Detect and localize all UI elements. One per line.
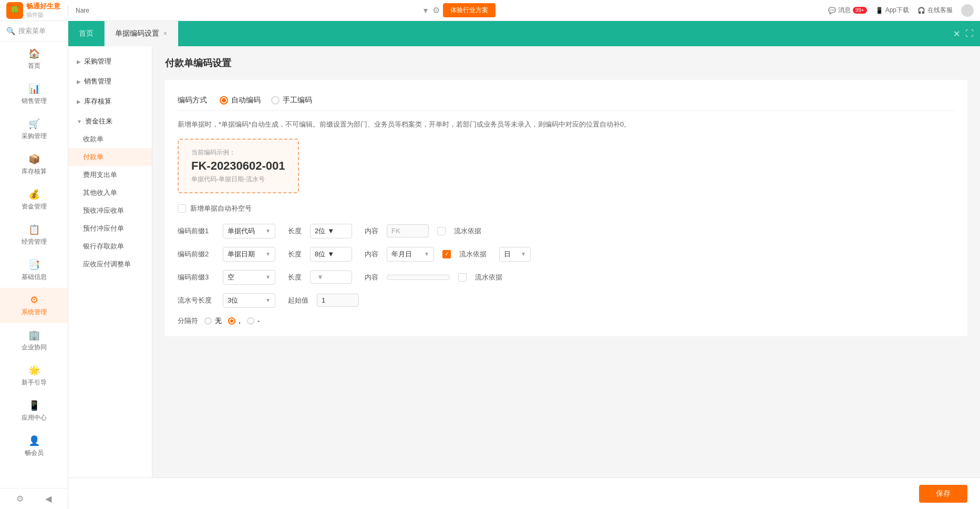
app-download-button[interactable]: 📱 App下载: [875, 6, 909, 15]
online-service-button[interactable]: 🎧 在线客服: [917, 6, 953, 15]
inventory-icon: 📦: [28, 153, 40, 165]
separator-none-label: 无: [215, 316, 222, 326]
sidebar-label-enterprise: 企业协同: [22, 343, 47, 352]
prefix2-date-unit-select[interactable]: 日 ▼: [499, 247, 531, 262]
avatar[interactable]: [961, 4, 974, 17]
prefix3-label: 编码前缀3: [178, 273, 214, 282]
prefix1-label: 编码前缀1: [178, 226, 214, 236]
settings-icon[interactable]: ⚙: [432, 5, 440, 15]
prefix2-content-select[interactable]: 年月日 ▼: [387, 247, 434, 262]
sub-menu-item-expense[interactable]: 费用支出单: [68, 166, 152, 184]
tab-maximize-icon[interactable]: ⛶: [965, 29, 974, 38]
prefix1-length-select[interactable]: 2位 ▼: [310, 224, 352, 238]
finance-icon: 💰: [28, 189, 40, 200]
sub-menu-item-receipt[interactable]: 收款单: [68, 130, 152, 148]
sub-menu-inventory-label: 库存核算: [84, 97, 111, 106]
prefix2-length-label: 长度: [288, 250, 302, 259]
separator-dot-radio-circle: [228, 317, 235, 325]
auto-code-radio-circle: [220, 96, 228, 105]
sidebar-item-guide[interactable]: 🌟 新手引导: [0, 358, 68, 393]
sub-menu-item-adjust[interactable]: 应收应付调整单: [68, 255, 152, 273]
prefix2-length-select[interactable]: 8位 ▼: [310, 247, 352, 262]
prefix2-caret-icon: ▼: [265, 251, 271, 257]
sidebar-item-enterprise[interactable]: 🏢 企业协同: [0, 323, 68, 358]
manual-code-radio[interactable]: 手工编码: [271, 96, 312, 105]
sidebar-nav: 🏠 首页 📊 销售管理 🛒 采购管理 📦 库存核算 💰 资金管理 📋 经: [0, 41, 68, 488]
prefix3-serial-checkbox[interactable]: [458, 273, 467, 282]
sidebar-item-app-center[interactable]: 📱 应用中心: [0, 393, 68, 429]
auto-fill-checkbox[interactable]: [178, 204, 186, 213]
message-button[interactable]: 💬 消息 99+: [828, 6, 867, 15]
sidebar-item-basic-info[interactable]: 📑 基础信息: [0, 253, 68, 288]
separator-dash-radio[interactable]: -: [247, 317, 260, 325]
code-preview-desc: 单据代码-单据日期-流水号: [191, 175, 285, 184]
sub-menu-item-bank-deposit[interactable]: 银行存取款单: [68, 237, 152, 255]
tab-bar: 首页 单据编码设置 × ✕ ⛶: [68, 21, 980, 46]
prefix3-content-input[interactable]: [387, 275, 450, 280]
sub-menu-inventory-header[interactable]: ▶ 库存核算: [68, 92, 152, 110]
brand-icon: 🍀: [6, 2, 23, 19]
tab-close-all-icon[interactable]: ✕: [953, 29, 960, 39]
tab-close-icon[interactable]: ×: [163, 30, 167, 37]
sub-menu-item-other-income[interactable]: 其他收入单: [68, 184, 152, 202]
separator-dot-radio[interactable]: .: [228, 317, 241, 325]
prefix1-content-input[interactable]: FK: [387, 224, 429, 237]
prefix2-select[interactable]: 单据日期 ▼: [223, 247, 275, 262]
brand-text: 畅通好生意 插件版: [26, 2, 60, 18]
prefix2-serial-checkbox[interactable]: [442, 250, 451, 258]
sidebar-item-finance[interactable]: 💰 资金管理: [0, 182, 68, 217]
form-area: 付款单编码设置 编码方式 自动编码: [152, 46, 980, 477]
prefix3-length-select[interactable]: ▼: [310, 271, 352, 284]
sidebar-item-operations[interactable]: 📋 经营管理: [0, 217, 68, 253]
sidebar-footer: ⚙ ◀: [0, 488, 68, 509]
dropdown-arrow-icon[interactable]: ▼: [422, 6, 429, 15]
sidebar-collapse-button[interactable]: ◀: [45, 494, 51, 504]
sidebar-item-system[interactable]: ⚙ 系统管理: [0, 288, 68, 323]
sub-menu-group-purchase: ▶ 采购管理: [68, 53, 152, 70]
sidebar-item-inventory[interactable]: 📦 库存核算: [0, 147, 68, 182]
prefix1-serial-checkbox[interactable]: [437, 227, 446, 235]
search-placeholder: 搜索菜单: [18, 26, 46, 36]
tab-encoding-label: 单据编码设置: [115, 29, 159, 38]
sub-menu-item-advance-receivable[interactable]: 预收冲应收单: [68, 202, 152, 220]
topbar-divider: [68, 5, 68, 16]
prefix1-select[interactable]: 单据代码 ▼: [223, 224, 275, 238]
enterprise-icon: 🏢: [28, 329, 40, 341]
page-title: 付款单编码设置: [165, 57, 967, 69]
sidebar-label-basic-info: 基础信息: [22, 273, 47, 282]
auto-code-radio[interactable]: 自动编码: [220, 96, 261, 105]
sidebar-item-member[interactable]: 👤 畅会员: [0, 429, 68, 464]
sidebar-item-home[interactable]: 🏠 首页: [0, 41, 68, 77]
serial-start-input[interactable]: 1: [317, 294, 359, 307]
sidebar-item-purchase[interactable]: 🛒 采购管理: [0, 112, 68, 147]
tab-encoding-settings[interactable]: 单据编码设置 ×: [105, 21, 178, 46]
prefix2-label: 编码前缀2: [178, 250, 214, 259]
sub-menu-group-fund: ▼ 资金往来 收款单 付款单 费用支出单 其他收入单: [68, 112, 152, 273]
sales-icon: 📊: [28, 83, 40, 95]
serial-length-select[interactable]: 3位 ▼: [223, 293, 275, 308]
serial-row: 流水号长度 3位 ▼ 起始值 1: [178, 293, 955, 308]
purchase-icon: 🛒: [28, 118, 40, 130]
save-button[interactable]: 保存: [919, 485, 967, 503]
sub-menu-purchase-header[interactable]: ▶ 采购管理: [68, 53, 152, 70]
separator-none-radio[interactable]: 无: [204, 316, 222, 326]
prefix3-select[interactable]: 空 ▼: [223, 270, 275, 285]
separator-label: 分隔符: [178, 316, 198, 326]
tab-bar-actions: ✕ ⛶: [953, 29, 980, 39]
search-menu[interactable]: 🔍 搜索菜单: [0, 21, 68, 41]
tab-home[interactable]: 首页: [68, 21, 105, 46]
sidebar-item-sales[interactable]: 📊 销售管理: [0, 77, 68, 112]
sub-menu-group-sales: ▶ 销售管理: [68, 72, 152, 90]
experience-button[interactable]: 体验行业方案: [443, 3, 496, 17]
sub-menu-sales-header[interactable]: ▶ 销售管理: [68, 72, 152, 90]
encoding-method-label: 编码方式: [178, 96, 207, 105]
sidebar-label-home: 首页: [28, 61, 40, 70]
sub-menu-fund-header[interactable]: ▼ 资金往来: [68, 112, 152, 130]
brand: 🍀 畅通好生意 插件版: [6, 2, 60, 19]
sub-menu: ▶ 采购管理 ▶ 销售管理 ▶ 库存核算: [68, 46, 152, 477]
sub-menu-item-payment[interactable]: 付款单: [68, 148, 152, 166]
sub-menu-item-advance-payable[interactable]: 预付冲应付单: [68, 220, 152, 237]
sidebar-settings-button[interactable]: ⚙: [16, 494, 24, 504]
search-icon: 🔍: [6, 27, 15, 35]
code-preview-label: 当前编码示例：: [191, 148, 285, 157]
